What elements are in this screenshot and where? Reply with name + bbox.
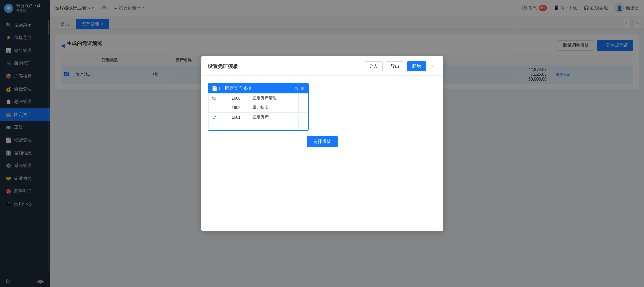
template-table: 借： 1606 固定资产清理 1602 累计折旧 bbox=[208, 93, 308, 130]
template-delete-button[interactable]: 🗑 bbox=[300, 86, 305, 91]
template-col3-3 bbox=[289, 113, 299, 122]
template-empty-2 bbox=[228, 122, 249, 130]
template-col3-1 bbox=[289, 94, 299, 103]
export-button[interactable]: 导出 bbox=[386, 61, 404, 71]
template-row-debit1: 借： 1606 固定资产清理 bbox=[208, 94, 308, 103]
modal-header-actions: 导入 导出 新增 × bbox=[364, 61, 437, 71]
modal-close-button[interactable]: × bbox=[429, 62, 437, 70]
template-empty-5 bbox=[299, 122, 308, 130]
template-card-header: 📄 5-固定资产减少 ✎ 🗑 bbox=[208, 83, 308, 93]
set-template-modal: 设置凭证模板 导入 导出 新增 × 📄 5-固定资产减少 bbox=[201, 56, 443, 231]
template-subject-3: 固定资产 bbox=[249, 113, 289, 122]
template-card: 📄 5-固定资产减少 ✎ 🗑 借： 1606 固 bbox=[208, 83, 309, 131]
template-empty-3 bbox=[249, 122, 289, 130]
template-row-empty bbox=[208, 122, 308, 130]
template-card-header-left: 📄 5-固定资产减少 bbox=[212, 85, 252, 91]
template-name: 固定资产减少 bbox=[225, 85, 251, 91]
template-card-doc-icon: 📄 bbox=[212, 86, 217, 91]
modal-body: 📄 5-固定资产减少 ✎ 🗑 借： 1606 固 bbox=[201, 76, 443, 154]
close-icon: × bbox=[431, 63, 434, 69]
modal-overlay[interactable]: 设置凭证模板 导入 导出 新增 × 📄 5-固定资产减少 bbox=[0, 0, 644, 287]
template-number: 5- bbox=[219, 86, 223, 91]
template-code-3: 1601 bbox=[228, 113, 249, 122]
new-template-button[interactable]: 新增 bbox=[407, 61, 426, 71]
template-row-credit1: 贷： 1601 固定资产 bbox=[208, 113, 308, 122]
select-template-button[interactable]: 选择模板 bbox=[307, 136, 338, 147]
modal-header: 设置凭证模板 导入 导出 新增 × bbox=[201, 56, 443, 76]
template-col3-2 bbox=[289, 103, 299, 113]
modal-title: 设置凭证模板 bbox=[208, 63, 238, 70]
template-empty-1 bbox=[208, 122, 228, 130]
import-button[interactable]: 导入 bbox=[364, 61, 383, 71]
template-col4-2 bbox=[299, 103, 308, 113]
template-code-2: 1602 bbox=[228, 103, 249, 113]
template-side-1: 借： bbox=[208, 94, 228, 103]
template-subject-2: 累计折旧 bbox=[249, 103, 289, 113]
template-row-debit2: 1602 累计折旧 bbox=[208, 103, 308, 113]
template-edit-button[interactable]: ✎ bbox=[295, 86, 298, 91]
template-side-2 bbox=[208, 103, 228, 113]
template-col4-3 bbox=[299, 113, 308, 122]
template-card-header-actions: ✎ 🗑 bbox=[295, 86, 305, 91]
template-code-1: 1606 bbox=[228, 94, 249, 103]
template-subject-1: 固定资产清理 bbox=[249, 94, 289, 103]
template-col4-1 bbox=[299, 94, 308, 103]
template-card-body: 借： 1606 固定资产清理 1602 累计折旧 bbox=[208, 93, 308, 130]
template-empty-4 bbox=[289, 122, 299, 130]
template-side-3: 贷： bbox=[208, 113, 228, 122]
